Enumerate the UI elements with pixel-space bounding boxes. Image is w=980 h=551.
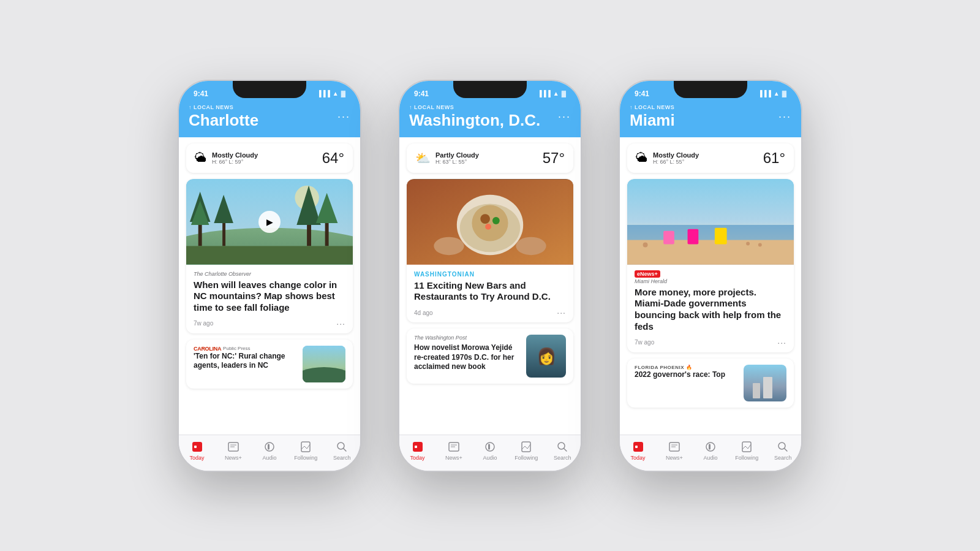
tab-search-dc-label: Search <box>554 455 571 461</box>
tab-today-miami[interactable]: Today <box>625 440 652 461</box>
small-article-dc[interactable]: The Washington Post How novelist Morowa … <box>407 329 573 384</box>
tab-search-label: Search <box>333 455 351 461</box>
more-button-dc[interactable]: ··· <box>558 110 571 123</box>
small-article-miami[interactable]: FLORIDA PHOENIX 🔥 2022 governor's race: … <box>627 359 794 408</box>
search-icon-dc <box>556 440 569 454</box>
weather-card-miami[interactable]: 🌥 Mostly Cloudy H: 66° L: 55° 61° <box>627 143 794 173</box>
more-button-miami[interactable]: ··· <box>778 110 791 123</box>
svg-point-50 <box>758 243 762 246</box>
tab-today-dc[interactable]: Today <box>404 440 431 461</box>
tab-search-miami[interactable]: Search <box>769 440 796 461</box>
time-ago-dc: 4d ago <box>414 310 433 316</box>
play-button[interactable]: ▶ <box>258 211 281 233</box>
phone-charlotte: 9:41 ▐▐▐ ▲ ▓ ↑ LOCAL NEWS Charlotte ··· <box>178 80 361 472</box>
city-name-miami: Miami <box>630 111 791 130</box>
tab-search-charlotte[interactable]: Search <box>328 440 355 461</box>
svg-rect-54 <box>633 442 643 452</box>
weather-icon-dc: ⛅ <box>415 151 431 165</box>
svg-point-28 <box>480 214 490 224</box>
weather-icon-miami: 🌥 <box>636 151 648 165</box>
weather-info-dc: Partly Cloudy H: 63° L: 55° <box>435 151 479 165</box>
article-more-dc[interactable]: ··· <box>557 308 566 317</box>
tab-audio-miami[interactable]: Audio <box>697 440 724 461</box>
small-title-dc: How novelist Morowa Yejidé re-created 19… <box>414 343 520 372</box>
audio-icon-dc <box>483 440 497 454</box>
svg-rect-55 <box>635 446 638 448</box>
tab-newsplus-dc[interactable]: News+ <box>440 440 467 461</box>
signal-icon-dc: ▐▐▐ <box>538 90 551 97</box>
weather-info-miami: Mostly Cloudy H: 66° L: 55° <box>653 151 699 165</box>
tab-newsplus-charlotte[interactable]: News+ <box>220 440 247 461</box>
small-article-left-charlotte: CAROLINA Public Press 'Ten for NC:' Rura… <box>194 346 296 382</box>
signal-icon-miami: ▐▐▐ <box>758 90 771 97</box>
following-icon-dc <box>519 440 533 454</box>
hero-source-miami: Miami Herald <box>635 278 786 284</box>
local-news-label-miami: ↑ LOCAL NEWS <box>630 104 791 110</box>
small-thumb-charlotte <box>303 346 345 382</box>
hero-source-dc: WASHINGTONIAN <box>414 271 566 278</box>
status-bar-miami: 9:41 ▐▐▐ ▲ ▓ <box>620 81 801 101</box>
tab-search-dc[interactable]: Search <box>549 440 576 461</box>
svg-point-48 <box>643 242 648 247</box>
svg-point-32 <box>516 237 546 255</box>
svg-rect-16 <box>194 446 197 448</box>
hero-body-miami: eNews+ Miami Herald More money, more pro… <box>627 265 794 352</box>
tab-audio-dc[interactable]: Audio <box>477 440 503 461</box>
hero-article-miami[interactable]: eNews+ Miami Herald More money, more pro… <box>627 179 794 352</box>
florida-source: FLORIDA PHOENIX 🔥 <box>635 365 737 370</box>
svg-line-62 <box>785 448 788 451</box>
status-bar-charlotte: 9:41 ▐▐▐ ▲ ▓ <box>179 81 360 101</box>
hero-body-dc: WASHINGTONIAN 11 Exciting New Bars and R… <box>407 265 573 323</box>
svg-rect-52 <box>753 383 760 398</box>
svg-line-23 <box>344 448 347 451</box>
weather-card-charlotte[interactable]: 🌥 Mostly Cloudy H: 66° L: 59° 64° <box>186 143 353 173</box>
tab-today-charlotte[interactable]: Today <box>184 440 211 461</box>
status-time-miami: 9:41 <box>635 89 649 98</box>
hero-article-dc[interactable]: WASHINGTONIAN 11 Exciting New Bars and R… <box>407 179 573 323</box>
dc-food-svg <box>407 179 573 265</box>
svg-rect-33 <box>413 442 423 452</box>
small-article-charlotte[interactable]: CAROLINA Public Press 'Ten for NC:' Rura… <box>186 340 353 389</box>
signal-icon: ▐▐▐ <box>317 90 330 97</box>
enews-badge: eNews+ <box>635 271 786 277</box>
newsplus-icon-miami <box>668 440 681 454</box>
hero-title-charlotte: When will leaves change color in NC moun… <box>194 279 345 314</box>
following-icon-miami <box>740 440 753 454</box>
phones-container: 9:41 ▐▐▐ ▲ ▓ ↑ LOCAL NEWS Charlotte ··· <box>153 55 827 496</box>
dc-second-source: The Washington Post <box>414 335 520 341</box>
hero-article-charlotte[interactable]: ▶ The Charlotte Observer When will leave… <box>186 179 353 333</box>
news-arrow-icon: ↑ <box>189 104 192 110</box>
tab-search-miami-label: Search <box>774 455 792 461</box>
hero-title-dc: 11 Exciting New Bars and Restaurants to … <box>414 280 566 303</box>
weather-card-dc[interactable]: ⛅ Partly Cloudy H: 63° L: 55° 57° <box>407 143 573 173</box>
tab-bar-dc: Today News+ Audio <box>399 435 581 471</box>
wifi-icon: ▲ <box>333 90 339 97</box>
tab-audio-charlotte[interactable]: Audio <box>256 440 283 461</box>
more-button[interactable]: ··· <box>337 110 350 123</box>
tab-newsplus-miami-label: News+ <box>666 455 683 461</box>
phone-dc: 9:41 ▐▐▐ ▲ ▓ ↑ LOCAL NEWS Washington, D.… <box>398 80 582 472</box>
svg-point-29 <box>492 217 500 224</box>
status-bar-dc: 9:41 ▐▐▐ ▲ ▓ <box>399 81 581 101</box>
carolina-source: CAROLINA Public Press <box>194 346 296 352</box>
svg-line-41 <box>564 448 567 451</box>
city-name-dc: Washington, D.C. <box>409 111 571 130</box>
audio-icon-miami <box>704 440 717 454</box>
svg-rect-12 <box>186 246 353 264</box>
tab-following-dc[interactable]: Following <box>513 440 540 461</box>
article-more-charlotte[interactable]: ··· <box>336 319 345 329</box>
weather-temp-dc: 57° <box>543 150 565 167</box>
small-article-left-miami: FLORIDA PHOENIX 🔥 2022 governor's race: … <box>635 365 737 401</box>
tab-audio-dc-label: Audio <box>483 455 497 461</box>
tab-following-miami[interactable]: Following <box>733 440 760 461</box>
article-more-miami[interactable]: ··· <box>777 338 786 348</box>
tab-newsplus-miami[interactable]: News+ <box>661 440 688 461</box>
tab-following-dc-label: Following <box>514 455 538 461</box>
newsplus-icon <box>227 440 240 454</box>
svg-point-30 <box>485 223 491 229</box>
search-icon <box>335 440 349 454</box>
svg-rect-53 <box>763 377 772 398</box>
svg-rect-46 <box>688 229 699 244</box>
wifi-icon-miami: ▲ <box>774 90 780 97</box>
tab-following-charlotte[interactable]: Following <box>292 440 319 461</box>
